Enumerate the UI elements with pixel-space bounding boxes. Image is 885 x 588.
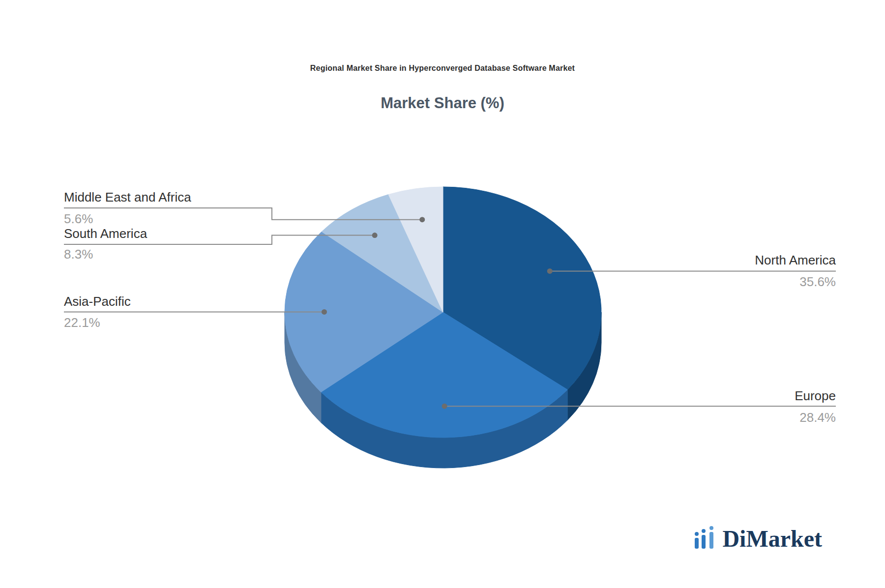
slice-label: Middle East and Africa bbox=[64, 190, 191, 205]
callout-south-america: South America 8.3% bbox=[64, 226, 147, 262]
callout-middle-east-and-africa: Middle East and Africa 5.6% bbox=[64, 190, 191, 226]
slice-percent: 22.1% bbox=[64, 315, 131, 330]
slice-label: North America bbox=[755, 253, 836, 267]
callout-north-america: North America 35.6% bbox=[755, 253, 836, 289]
slice-percent: 28.4% bbox=[795, 410, 836, 425]
leader-dot-middle-east-and-africa bbox=[419, 217, 425, 222]
slice-percent: 35.6% bbox=[755, 274, 836, 289]
slice-label: Asia-Pacific bbox=[64, 294, 131, 309]
slice-label: South America bbox=[64, 226, 147, 241]
chart-canvas: Regional Market Share in Hyperconverged … bbox=[0, 0, 885, 588]
slice-percent: 8.3% bbox=[64, 247, 147, 262]
leader-dot-north-america bbox=[547, 268, 553, 274]
leader-dot-europe bbox=[442, 404, 447, 409]
bar-chart-logo-icon bbox=[694, 526, 716, 549]
slice-percent: 5.6% bbox=[64, 211, 191, 226]
callout-asia-pacific: Asia-Pacific 22.1% bbox=[64, 294, 131, 330]
callout-europe: Europe 28.4% bbox=[795, 388, 836, 425]
leader-dot-asia-pacific bbox=[322, 309, 327, 315]
logo-wordmark: DiMarket bbox=[722, 526, 822, 552]
slice-label: Europe bbox=[795, 388, 836, 403]
dimarket-logo: DiMarket bbox=[694, 526, 822, 552]
leader-dot-south-america bbox=[372, 233, 378, 238]
pie-3d-chart bbox=[0, 0, 885, 588]
